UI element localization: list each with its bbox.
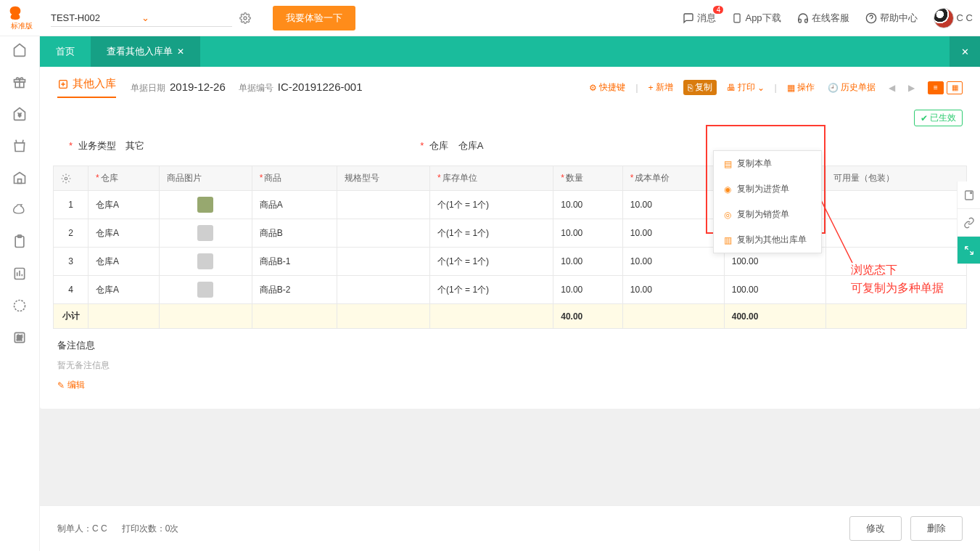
company-selector[interactable]: TEST-H002 ⌄ bbox=[51, 9, 232, 27]
date-label: 单据日期 bbox=[131, 83, 165, 93]
help-center-link[interactable]: 帮助中心 bbox=[865, 12, 918, 25]
docno-value: IC-20191226-001 bbox=[278, 81, 363, 93]
print-count-value: 0次 bbox=[165, 523, 179, 535]
row-spec bbox=[337, 191, 430, 219]
nav-report-icon[interactable] bbox=[12, 266, 28, 282]
svg-point-12 bbox=[15, 301, 25, 311]
rail-note-icon[interactable] bbox=[957, 181, 980, 209]
row-qty: 10.00 bbox=[553, 191, 623, 219]
new-button[interactable]: + 新增 bbox=[646, 80, 676, 95]
close-icon[interactable]: ✕ bbox=[177, 46, 184, 57]
modify-button[interactable]: 修改 bbox=[849, 516, 902, 541]
col-available: 可用量（包装） bbox=[825, 166, 966, 191]
edit-icon: ✎ bbox=[57, 380, 65, 391]
trial-button[interactable]: 我要体验一下 bbox=[273, 6, 355, 30]
table-row[interactable]: 2 仓库A 商品B 个(1个 = 1个) 10.00 10.00 100.00 bbox=[54, 219, 967, 248]
footer-bar: 制单人： C C 打印次数： 0次 修改 删除 bbox=[40, 505, 980, 551]
nav-money-bag-icon[interactable] bbox=[12, 202, 28, 218]
col-price: *成本单价 bbox=[622, 166, 724, 191]
sales-icon: ◎ bbox=[722, 210, 733, 220]
chevron-down-icon: ⌄ bbox=[757, 83, 765, 93]
table-row[interactable]: 3 仓库A 商品B-1 个(1个 = 1个) 10.00 10.00 100.0… bbox=[54, 248, 967, 276]
history-button[interactable]: 🕘 历史单据 bbox=[825, 80, 878, 95]
row-qty: 10.00 bbox=[553, 276, 623, 304]
product-thumb-icon bbox=[197, 225, 213, 241]
nav-warehouse-icon[interactable] bbox=[12, 170, 28, 186]
online-service-link[interactable]: 在线客服 bbox=[797, 12, 849, 25]
online-service-label: 在线客服 bbox=[812, 12, 849, 25]
gear-icon: ⚙ bbox=[589, 83, 597, 93]
company-name: TEST-H002 bbox=[51, 12, 141, 23]
svg-text:新: 新 bbox=[17, 335, 22, 341]
close-all-tabs-button[interactable]: ✕ bbox=[950, 36, 980, 67]
help-icon bbox=[865, 12, 877, 24]
col-product: *商品 bbox=[252, 166, 337, 191]
tab-home[interactable]: 首页 bbox=[40, 36, 91, 67]
nav-house-money-icon[interactable]: ¥ bbox=[12, 106, 28, 122]
rail-expand-icon[interactable] bbox=[957, 237, 980, 264]
logo[interactable]: 标准版 bbox=[7, 5, 36, 31]
row-available bbox=[825, 276, 966, 304]
col-image: 商品图片 bbox=[160, 166, 252, 191]
row-image bbox=[160, 219, 252, 248]
prev-button[interactable]: ◀ bbox=[886, 81, 898, 94]
subtotal-qty: 40.00 bbox=[553, 304, 623, 329]
copy-as-other-out-label: 复制为其他出库单 bbox=[737, 234, 807, 246]
row-spec bbox=[337, 248, 430, 276]
user-menu[interactable]: C C bbox=[934, 8, 973, 28]
nav-clipboard-icon[interactable] bbox=[12, 234, 28, 250]
row-price: 10.00 bbox=[622, 276, 724, 304]
status-label: 已生效 bbox=[930, 112, 956, 124]
copy-dropdown-menu: ▤ 复制本单 ◉ 复制为进货单 ◎ 复制为销货单 ▥ 复制为其他出库单 bbox=[713, 150, 822, 253]
next-button[interactable]: ▶ bbox=[905, 81, 918, 94]
nav-new-icon[interactable]: 新 bbox=[12, 330, 28, 346]
tab-view-other-inbound[interactable]: 查看其他入库单 ✕ bbox=[91, 36, 200, 67]
app-download-label: App下载 bbox=[745, 12, 781, 25]
col-settings[interactable] bbox=[54, 166, 88, 191]
edit-remark-link[interactable]: ✎ 编辑 bbox=[57, 379, 963, 391]
nav-home-icon[interactable] bbox=[12, 42, 28, 58]
settings-gear-icon[interactable] bbox=[239, 12, 251, 24]
rail-link-icon[interactable] bbox=[957, 209, 980, 237]
table-row[interactable]: 1 仓库A 商品A 个(1个 = 1个) 10.00 10.00 100.00 bbox=[54, 191, 967, 219]
row-index: 3 bbox=[54, 248, 88, 276]
copy-as-other-out-item[interactable]: ▥ 复制为其他出库单 bbox=[714, 227, 821, 253]
list-view-toggle[interactable]: ≡ bbox=[928, 81, 944, 94]
nav-bag-icon[interactable] bbox=[12, 138, 28, 154]
copy-this-item[interactable]: ▤ 复制本单 bbox=[714, 151, 821, 176]
svg-rect-8 bbox=[18, 179, 22, 184]
separator: | bbox=[635, 82, 638, 93]
row-warehouse: 仓库A bbox=[88, 219, 160, 248]
row-warehouse: 仓库A bbox=[88, 191, 160, 219]
shortcut-button[interactable]: ⚙ 快捷键 bbox=[586, 80, 628, 95]
logo-edition-label: 标准版 bbox=[7, 21, 36, 31]
table-row[interactable]: 4 仓库A 商品B-2 个(1个 = 1个) 10.00 10.00 100.0… bbox=[54, 276, 967, 304]
doc-type-tab[interactable]: 其他入库 bbox=[57, 77, 116, 98]
copy-label: 复制 bbox=[695, 81, 712, 94]
nav-sync-icon[interactable] bbox=[12, 298, 28, 314]
subtotal-row: 小计 40.00 400.00 bbox=[54, 304, 967, 329]
copy-as-purchase-item[interactable]: ◉ 复制为进货单 bbox=[714, 176, 821, 202]
headset-icon bbox=[797, 12, 809, 24]
row-unit: 个(1个 = 1个) bbox=[430, 276, 553, 304]
creator-label: 制单人： bbox=[57, 523, 92, 535]
chevron-down-icon: ⌄ bbox=[141, 12, 232, 23]
row-available bbox=[825, 219, 966, 248]
purchase-icon: ◉ bbox=[722, 184, 733, 195]
app-download-link[interactable]: App下载 bbox=[732, 12, 781, 25]
messages-link[interactable]: 消息 4 bbox=[683, 12, 716, 25]
warehouse-value: 仓库A bbox=[458, 140, 484, 151]
shortcut-label: 快捷键 bbox=[599, 81, 625, 94]
copy-as-sales-item[interactable]: ◎ 复制为销货单 bbox=[714, 202, 821, 227]
nav-gift-icon[interactable] bbox=[12, 74, 28, 90]
print-button[interactable]: 🖶 打印 ⌄ bbox=[724, 80, 767, 95]
row-spec bbox=[337, 276, 430, 304]
subtotal-amount: 400.00 bbox=[724, 304, 825, 329]
copy-button[interactable]: ⎘ 复制 bbox=[683, 80, 717, 95]
subtotal-label: 小计 bbox=[54, 304, 88, 329]
delete-button[interactable]: 删除 bbox=[910, 516, 963, 541]
operate-button[interactable]: ▦ 操作 bbox=[784, 80, 818, 95]
messages-badge: 4 bbox=[713, 6, 723, 14]
card-view-toggle[interactable]: ▦ bbox=[947, 81, 963, 94]
separator: | bbox=[775, 82, 777, 93]
